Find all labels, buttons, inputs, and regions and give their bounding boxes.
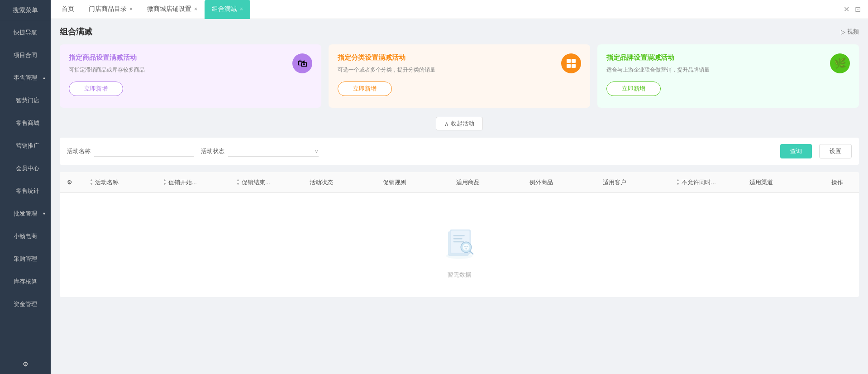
activity-name-field: 活动名称 — [67, 146, 194, 157]
activity-status-select[interactable]: ∨ — [228, 146, 319, 157]
th-activity-name: ▲▼ 活动名称 — [86, 173, 159, 192]
page-content: 组合满减 ▷ 视频 指定商品设置满减活动 可指定滞销商品或库存较多商品 🛍 立即… — [51, 19, 868, 374]
add-brand-activity-button[interactable]: 立即新增 — [606, 82, 661, 96]
sidebar-item-ecommerce[interactable]: 小畅电商 — [0, 225, 51, 248]
svg-point-16 — [465, 248, 467, 249]
th-applicable-customer: 适用客户 — [599, 173, 672, 192]
svg-rect-1 — [572, 59, 576, 63]
add-category-activity-button[interactable]: 立即新增 — [338, 82, 392, 96]
page-header: 组合满减 ▷ 视频 — [60, 26, 859, 37]
card-icon-category — [561, 53, 581, 73]
th-promo-end: ▲▼ 促销结束... — [233, 173, 306, 192]
sidebar-item-finance-mgmt[interactable]: 资金管理 — [0, 293, 51, 316]
card-icon-brand: 🌿 — [830, 53, 850, 73]
chevron-up-icon: ∧ — [444, 120, 449, 127]
bag-icon: 🛍 — [297, 58, 307, 69]
tab-wechat-store[interactable]: 微商城店铺设置 × — [140, 0, 205, 19]
svg-point-12 — [463, 244, 470, 251]
window-close-btn[interactable]: ✕ — [844, 6, 849, 13]
tab-combo-discount[interactable]: 组合满减 × — [205, 0, 250, 19]
tab-close-combo-discount[interactable]: × — [240, 6, 243, 12]
activity-cards: 指定商品设置满减活动 可指定滞销商品或库存较多商品 🛍 立即新增 指定分类设置满… — [60, 44, 859, 108]
tab-home[interactable]: 首页 — [54, 0, 81, 19]
sidebar-settings[interactable]: ⚙ — [0, 354, 51, 374]
collapse-activity-button[interactable]: ∧ 收起活动 — [436, 117, 483, 130]
sidebar-item-smart-store[interactable]: 智慧门店 — [0, 89, 51, 112]
leaf-icon: 🌿 — [834, 58, 846, 69]
svg-rect-2 — [567, 64, 571, 68]
th-promo-rule: 促销规则 — [379, 173, 453, 192]
sidebar-item-stock-calc[interactable]: 库存核算 — [0, 270, 51, 293]
tab-close-wechat-store[interactable]: × — [194, 6, 197, 12]
svg-rect-10 — [453, 241, 464, 243]
svg-point-15 — [467, 246, 468, 247]
empty-state: 暂无数据 — [60, 193, 859, 297]
gear-table-icon: ⚙ — [67, 179, 72, 186]
add-product-activity-button[interactable]: 立即新增 — [69, 82, 123, 96]
th-sort-promo-start[interactable]: ▲▼ — [163, 178, 167, 186]
sidebar-item-project-contract[interactable]: 项目合同 — [0, 44, 51, 67]
activity-status-field: 活动状态 ∨ — [201, 146, 319, 157]
card-desc-category: 可选一个或者多个分类，提升分类的销量 — [338, 66, 581, 74]
video-link[interactable]: ▷ 视频 — [841, 28, 859, 36]
card-title-product: 指定商品设置满减活动 — [69, 53, 312, 62]
sidebar-item-wholesale-mgmt[interactable]: 批发管理 — [0, 202, 51, 225]
tab-store-catalog[interactable]: 门店商品目录 × — [81, 0, 140, 19]
sidebar: 搜索菜单 快捷导航 项目合同 零售管理 智慧门店 零售商城 营销推广 会员中心 … — [0, 0, 51, 374]
sidebar-item-member-center[interactable]: 会员中心 — [0, 157, 51, 180]
th-no-concurrent: ▲▼ 不允许同时... — [672, 173, 746, 192]
th-activity-status: 活动状态 — [306, 173, 379, 192]
sidebar-item-purchase-mgmt[interactable]: 采购管理 — [0, 248, 51, 270]
table-header: ⚙ ▲▼ 活动名称 ▲▼ 促销开始... ▲▼ — [60, 172, 859, 193]
th-sort-no-concurrent[interactable]: ▲▼ — [676, 178, 680, 186]
svg-rect-3 — [572, 64, 576, 68]
search-bar: 活动名称 活动状态 ∨ 查询 设置 — [60, 138, 859, 165]
th-sort-promo-end[interactable]: ▲▼ — [236, 178, 240, 186]
card-desc-product: 可指定滞销商品或库存较多商品 — [69, 66, 312, 74]
sidebar-item-marketing[interactable]: 营销推广 — [0, 134, 51, 157]
svg-point-14 — [464, 246, 466, 247]
th-sort-activity-name[interactable]: ▲▼ — [90, 178, 93, 186]
play-circle-icon: ▷ — [841, 29, 845, 35]
sidebar-item-retail-mgmt[interactable]: 零售管理 — [0, 67, 51, 89]
sidebar-item-quick-nav[interactable]: 快捷导航 — [0, 21, 51, 44]
card-icon-product: 🛍 — [292, 53, 312, 73]
activity-name-input[interactable] — [94, 146, 194, 157]
empty-text: 暂无数据 — [448, 271, 471, 279]
svg-rect-8 — [453, 235, 465, 236]
card-title-brand: 指定品牌设置满减活动 — [606, 53, 850, 62]
th-gear[interactable]: ⚙ — [63, 173, 86, 191]
th-promo-start: ▲▼ 促销开始... — [159, 173, 233, 192]
query-button[interactable]: 查询 — [780, 144, 812, 158]
collapse-bar: ∧ 收起活动 — [60, 113, 859, 138]
empty-illustration — [437, 220, 482, 265]
card-desc-brand: 适合与上游企业联合做营销，提升品牌销量 — [606, 66, 850, 74]
activity-card-category: 指定分类设置满减活动 可选一个或者多个分类，提升分类的销量 立即新增 — [329, 44, 590, 108]
settings-button[interactable]: 设置 — [819, 144, 852, 158]
activity-status-label: 活动状态 — [201, 147, 224, 155]
th-exception-goods: 例外商品 — [526, 173, 599, 192]
card-title-category: 指定分类设置满减活动 — [338, 53, 581, 62]
main-area: 首页 门店商品目录 × 微商城店铺设置 × 组合满减 × ✕ ⊡ 组合满减 ▷ … — [51, 0, 868, 374]
data-table: ⚙ ▲▼ 活动名称 ▲▼ 促销开始... ▲▼ — [60, 172, 859, 297]
sidebar-item-retail-stats[interactable]: 零售统计 — [0, 180, 51, 202]
th-applicable-goods: 适用商品 — [453, 173, 526, 192]
sidebar-search[interactable]: 搜索菜单 — [0, 0, 51, 21]
tab-close-store-catalog[interactable]: × — [129, 6, 133, 12]
th-applicable-channel: 适用渠道 — [746, 173, 819, 192]
tab-bar: 首页 门店商品目录 × 微商城店铺设置 × 组合满减 × ✕ ⊡ — [51, 0, 868, 19]
svg-rect-0 — [567, 59, 571, 63]
svg-rect-9 — [453, 238, 463, 240]
sidebar-item-retail-mall[interactable]: 零售商城 — [0, 112, 51, 134]
activity-card-product: 指定商品设置满减活动 可指定滞销商品或库存较多商品 🛍 立即新增 — [60, 44, 321, 108]
th-operations: 操作 — [819, 173, 855, 192]
gear-icon: ⚙ — [23, 360, 29, 368]
window-controls: ✕ ⊡ — [840, 6, 864, 13]
page-title: 组合满减 — [60, 26, 92, 37]
chevron-down-icon: ∨ — [315, 148, 319, 154]
window-minimize-btn[interactable]: ⊡ — [855, 6, 861, 13]
activity-card-brand: 指定品牌设置满减活动 适合与上游企业联合做营销，提升品牌销量 🌿 立即新增 — [597, 44, 859, 108]
activity-name-label: 活动名称 — [67, 147, 91, 155]
